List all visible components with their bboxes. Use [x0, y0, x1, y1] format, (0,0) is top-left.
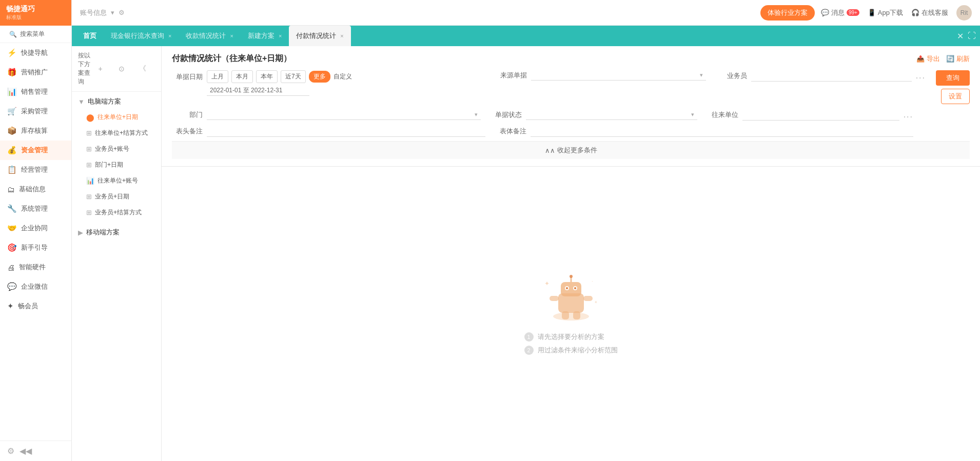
- voucher-status-select[interactable]: ▾: [526, 110, 697, 120]
- app-download-item[interactable]: 📱 App下载: [868, 8, 903, 17]
- refresh-action[interactable]: 🔄 刷新: [946, 54, 970, 64]
- hardware-icon: 🖨: [7, 263, 15, 272]
- sidebar-item-hardware[interactable]: 🖨 智能硬件: [0, 257, 71, 277]
- scheme-group-mobile-title[interactable]: ▶ 移动端方案: [72, 225, 161, 240]
- dept-dropdown-icon: ▾: [475, 111, 478, 118]
- account-name: 账号信息: [80, 8, 107, 17]
- sidebar-item-vip[interactable]: ✦ 畅会员: [0, 296, 71, 316]
- filter-area: 付款情况统计（往来单位+日期） 📤 导出 🔄 刷新: [162, 46, 980, 167]
- online-service-item[interactable]: 🎧 在线客服: [911, 8, 948, 17]
- tab-home[interactable]: 首页: [76, 26, 104, 46]
- service-icon: 🎧: [911, 9, 919, 16]
- filter-title-actions: 📤 导出 🔄 刷新: [916, 54, 970, 64]
- settings-button[interactable]: 设置: [941, 89, 970, 104]
- date-opt-7days[interactable]: 近7天: [281, 70, 306, 83]
- counterpart-more-btn[interactable]: ...: [904, 110, 913, 119]
- scheme-collapse-btn[interactable]: 《: [139, 64, 155, 73]
- sidebar-item-marketing[interactable]: 🎁 营销推广: [0, 63, 71, 82]
- empty-tips: 1 请先选择要分析的方案 2 用过滤条件来缩小分析范围: [524, 332, 618, 355]
- dept-select[interactable]: ▾: [207, 110, 481, 120]
- fullscreen-icon[interactable]: ⛶: [968, 31, 976, 41]
- tab-bank-flow[interactable]: 现金银行流水查询 ×: [104, 26, 179, 46]
- scheme-item-counterpart-payment[interactable]: ⊞ 往来单位+结算方式: [72, 125, 161, 141]
- svg-text:✦: ✦: [594, 300, 598, 305]
- group-mobile-label: 移动端方案: [86, 228, 120, 237]
- sidebar-item-purchase[interactable]: 🛒 采购管理: [0, 102, 71, 121]
- sidebar-item-inventory[interactable]: 📦 库存核算: [0, 121, 71, 141]
- scheme-group-desktop-title[interactable]: ▼ 电脑端方案: [72, 94, 161, 109]
- query-button[interactable]: 查询: [936, 70, 970, 86]
- date-opt-this-year[interactable]: 本年: [256, 70, 278, 83]
- scheme-item-label: 部门+日期: [95, 161, 123, 169]
- scheme-add-btn[interactable]: +: [99, 65, 115, 73]
- tab-new-scheme-close[interactable]: ×: [279, 33, 282, 39]
- tab-home-label: 首页: [83, 31, 96, 41]
- tab-pay-stats-label: 付款情况统计: [296, 31, 336, 41]
- sidebar-item-basic[interactable]: 🗂 基础信息: [0, 179, 71, 199]
- scheme-item-dept-date[interactable]: ⊞ 部门+日期: [72, 157, 161, 173]
- user-avatar[interactable]: Rit: [956, 5, 972, 21]
- collapse-sidebar-icon[interactable]: ◀◀: [19, 446, 32, 456]
- body-note-label: 表体备注: [496, 127, 526, 136]
- date-opt-this-month[interactable]: 本月: [231, 70, 253, 83]
- scheme-item-counterpart-account[interactable]: 📊 往来单位+账号: [72, 173, 161, 189]
- trial-button[interactable]: 体验行业方案: [760, 5, 815, 21]
- source-select[interactable]: ▾: [531, 70, 705, 81]
- tab-new-scheme[interactable]: 新建方案 ×: [241, 26, 289, 46]
- tip-2-text: 用过滤条件来缩小分析范围: [538, 346, 618, 355]
- svg-text:·: ·: [592, 278, 593, 284]
- salesman-more-btn[interactable]: ...: [916, 71, 926, 81]
- sidebar-item-quick-nav[interactable]: ⚡ 快捷导航: [0, 43, 71, 63]
- sidebar-item-label: 企业协同: [21, 224, 48, 233]
- sidebar-item-guide[interactable]: 🎯 新手引导: [0, 238, 71, 257]
- query-buttons: 查询 设置: [936, 70, 970, 104]
- more-conditions-toggle[interactable]: ∧∧ 收起更多条件: [172, 141, 970, 159]
- filter-panel: 付款情况统计（往来单位+日期） 📤 导出 🔄 刷新: [162, 46, 980, 461]
- scheme-item-label: 往来单位+结算方式: [95, 129, 148, 137]
- sidebar-item-operations[interactable]: 📋 经营管理: [0, 160, 71, 179]
- scheme-item-staff-account[interactable]: ⊞ 业务员+账号: [72, 141, 161, 157]
- date-opt-more[interactable]: 更多: [309, 71, 330, 83]
- tab-pay-stats-close[interactable]: ×: [340, 33, 343, 39]
- svg-rect-12: [573, 311, 580, 319]
- sidebar-item-label: 销售管理: [21, 87, 48, 96]
- tab-bank-flow-close[interactable]: ×: [168, 33, 171, 39]
- scheme-active-icon: ⬤: [86, 113, 94, 122]
- search-menu[interactable]: 🔍 搜索菜单: [0, 26, 71, 43]
- sidebar-item-finance[interactable]: 💰 资金管理: [0, 141, 71, 160]
- scheme-item-staff-payment[interactable]: ⊞ 业务员+结算方式: [72, 205, 161, 221]
- scheme-chart-icon: 📊: [86, 177, 94, 185]
- refresh-label: 刷新: [956, 54, 970, 64]
- tab-payment-stats-close[interactable]: ×: [230, 33, 233, 39]
- messages-item[interactable]: 💬 消息 99+: [821, 8, 859, 17]
- sidebar-logo: 畅捷通巧 标准版: [0, 0, 71, 26]
- message-label: 消息: [831, 8, 845, 17]
- sidebar-item-sales[interactable]: 📊 销售管理: [0, 82, 71, 102]
- export-action[interactable]: 📤 导出: [916, 54, 940, 64]
- mobile-icon: 📱: [868, 9, 876, 16]
- scheme-item-counterpart-date[interactable]: ⬤ 往来单位+日期: [72, 109, 161, 125]
- source-dropdown-icon: ▾: [700, 72, 703, 78]
- scheme-settings-btn[interactable]: ⊙: [119, 65, 135, 73]
- sidebar-bottom: ⚙ ◀◀: [0, 440, 71, 461]
- date-opt-last-month[interactable]: 上月: [207, 70, 228, 83]
- dropdown-icon[interactable]: ▾: [111, 9, 114, 16]
- arrow-right-icon: ▶: [78, 229, 83, 236]
- settings-btn[interactable]: ⚙: [119, 9, 125, 16]
- close-all-icon[interactable]: ✕: [957, 31, 964, 41]
- sidebar-item-label: 基础信息: [19, 185, 46, 194]
- date-range-input[interactable]: [207, 85, 309, 96]
- tab-payment-stats[interactable]: 收款情况统计 ×: [179, 26, 240, 46]
- svg-point-6: [574, 287, 576, 289]
- sidebar-item-enterprise[interactable]: 🤝 企业协同: [0, 218, 71, 238]
- message-badge: 99+: [847, 9, 859, 16]
- settings-icon[interactable]: ⚙: [7, 446, 14, 456]
- scheme-item-staff-date[interactable]: ⊞ 业务员+日期: [72, 189, 161, 205]
- sidebar-item-wechat[interactable]: 💬 企业微信: [0, 277, 71, 296]
- date-options: 上月 本月 本年 近7天 更多 自定义: [207, 70, 352, 83]
- tab-bank-flow-label: 现金银行流水查询: [111, 31, 164, 41]
- date-custom-label[interactable]: 自定义: [334, 72, 352, 81]
- app-version: 标准版: [6, 14, 35, 21]
- sidebar-item-system[interactable]: 🔧 系统管理: [0, 199, 71, 218]
- tab-pay-stats[interactable]: 付款情况统计 ×: [289, 26, 350, 46]
